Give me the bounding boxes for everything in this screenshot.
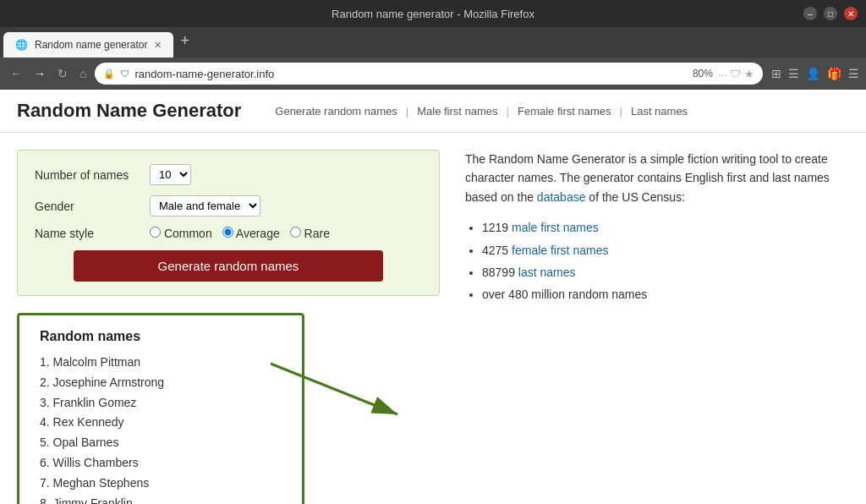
browser-tab[interactable]: 🌐 Random name generator ✕ xyxy=(3,32,173,58)
site-icon: 🛡 xyxy=(120,68,129,79)
style-label: Name style xyxy=(35,227,136,240)
main-content: Number of names 10 20 50 Gender Male and… xyxy=(0,133,866,504)
form-row-number: Number of names 10 20 50 xyxy=(35,164,422,185)
website-content: Random Name Generator Generate random na… xyxy=(0,90,866,504)
stat-male-count: 1219 xyxy=(482,221,508,234)
gift-icon: 🎁 xyxy=(827,67,841,80)
style-average-label[interactable]: Average xyxy=(222,227,280,240)
stat-female-link[interactable]: female first names xyxy=(512,244,608,257)
nav-generate[interactable]: Generate random names xyxy=(275,105,397,118)
secure-icon: 🔒 xyxy=(103,68,115,79)
site-nav: Generate random names | Male first names… xyxy=(275,105,688,118)
nav-last[interactable]: Last names xyxy=(631,105,688,118)
names-heading: Random names xyxy=(40,329,282,344)
number-label: Number of names xyxy=(35,168,136,182)
back-button[interactable]: ← xyxy=(7,65,25,82)
site-title: Random Name Generator xyxy=(17,100,241,122)
tabbar: 🌐 Random name generator ✕ + xyxy=(0,27,866,58)
nav-male[interactable]: Male first names xyxy=(417,105,497,118)
browser-toolbar: ⊞ ☰ 👤 🎁 ☰ xyxy=(771,67,859,80)
style-rare-text: Rare xyxy=(304,227,330,240)
style-radio-group: Common Average Rare xyxy=(150,227,330,240)
form-row-gender: Gender Male and female Male Female xyxy=(35,195,422,216)
addressbar: ← → ↻ ⌂ 🔒 🛡 random-name-generator.info 8… xyxy=(0,58,866,90)
stat-total-text: over 480 million random names xyxy=(482,288,647,301)
titlebar-title: Random name generator - Mozilla Firefox xyxy=(332,8,534,20)
menu-icon[interactable]: ☰ xyxy=(848,67,859,80)
stat-last-count: 88799 xyxy=(482,266,515,279)
address-field[interactable]: 🔒 🛡 random-name-generator.info 80% ··· 🛡… xyxy=(95,63,763,85)
titlebar: Random name generator - Mozilla Firefox … xyxy=(0,0,866,27)
stat-male: 1219 male first names xyxy=(482,218,849,237)
tab-favicon: 🌐 xyxy=(15,39,28,51)
number-select[interactable]: 10 20 50 xyxy=(150,164,191,185)
reload-button[interactable]: ↻ xyxy=(54,65,71,82)
gender-label: Gender xyxy=(35,200,136,213)
info-database-link[interactable]: database xyxy=(537,190,586,204)
nav-female[interactable]: Female first names xyxy=(518,105,611,118)
stat-total: over 480 million random names xyxy=(482,285,849,304)
new-tab-button[interactable]: + xyxy=(180,33,189,48)
windows-icon: ☰ xyxy=(788,67,799,80)
list-item: 1. Malcolm Pittman xyxy=(40,353,282,373)
list-item: 5. Opal Barnes xyxy=(40,433,282,453)
maximize-button[interactable]: □ xyxy=(824,7,837,20)
extensions-icon: ⊞ xyxy=(771,67,781,80)
style-rare-radio[interactable] xyxy=(290,227,301,238)
zoom-level: 80% xyxy=(693,68,713,79)
stats-list: 1219 male first names 4275 female first … xyxy=(465,218,849,304)
stat-female: 4275 female first names xyxy=(482,241,849,260)
names-list: 1. Malcolm Pittman2. Josephine Armstrong… xyxy=(40,353,282,504)
list-item: 4. Rex Kennedy xyxy=(40,413,282,433)
minimize-button[interactable]: – xyxy=(803,7,817,20)
profile-icon: 👤 xyxy=(806,67,820,80)
style-rare-label[interactable]: Rare xyxy=(290,227,330,240)
forward-button[interactable]: → xyxy=(30,65,49,82)
nav-sep-1: | xyxy=(406,105,408,118)
stat-male-link[interactable]: male first names xyxy=(512,221,599,234)
style-common-radio[interactable] xyxy=(150,227,161,238)
list-item: 2. Josephine Armstrong xyxy=(40,373,282,393)
nav-sep-3: | xyxy=(620,105,622,118)
titlebar-controls: – □ ✕ xyxy=(803,7,858,20)
info-desc-end: of the US Census: xyxy=(589,190,685,204)
form-row-style: Name style Common Average Rare xyxy=(35,227,422,240)
tab-close-button[interactable]: ✕ xyxy=(154,40,162,51)
style-average-text: Average xyxy=(236,227,280,240)
style-common-text: Common xyxy=(164,227,212,240)
left-panel: Number of names 10 20 50 Gender Male and… xyxy=(0,133,457,504)
home-button[interactable]: ⌂ xyxy=(76,65,90,82)
stat-last: 88799 last names xyxy=(482,263,849,282)
arrow-graphic xyxy=(262,355,414,423)
style-average-radio[interactable] xyxy=(222,227,233,238)
list-item: 8. Jimmy Franklin xyxy=(40,494,282,504)
info-description: The Random Name Generator is a simple fi… xyxy=(465,150,849,206)
gender-select[interactable]: Male and female Male Female xyxy=(150,195,260,216)
right-panel: The Random Name Generator is a simple fi… xyxy=(457,133,866,504)
generator-form: Number of names 10 20 50 Gender Male and… xyxy=(17,150,440,296)
address-actions: ··· 🛡 ★ xyxy=(718,68,754,80)
stat-female-count: 4275 xyxy=(482,244,508,257)
list-item: 7. Meghan Stephens xyxy=(40,474,282,494)
generate-button[interactable]: Generate random names xyxy=(74,250,383,282)
style-common-label[interactable]: Common xyxy=(150,227,212,240)
names-box: Random names 1. Malcolm Pittman2. Joseph… xyxy=(17,313,304,504)
stat-last-link[interactable]: last names xyxy=(518,266,576,279)
tab-label: Random name generator xyxy=(35,39,147,51)
close-button[interactable]: ✕ xyxy=(844,7,858,20)
list-item: 3. Franklin Gomez xyxy=(40,393,282,414)
site-header: Random Name Generator Generate random na… xyxy=(0,90,866,133)
nav-sep-2: | xyxy=(507,105,509,118)
svg-line-1 xyxy=(271,364,397,414)
url-text: random-name-generator.info xyxy=(134,68,680,80)
list-item: 6. Willis Chambers xyxy=(40,453,282,474)
